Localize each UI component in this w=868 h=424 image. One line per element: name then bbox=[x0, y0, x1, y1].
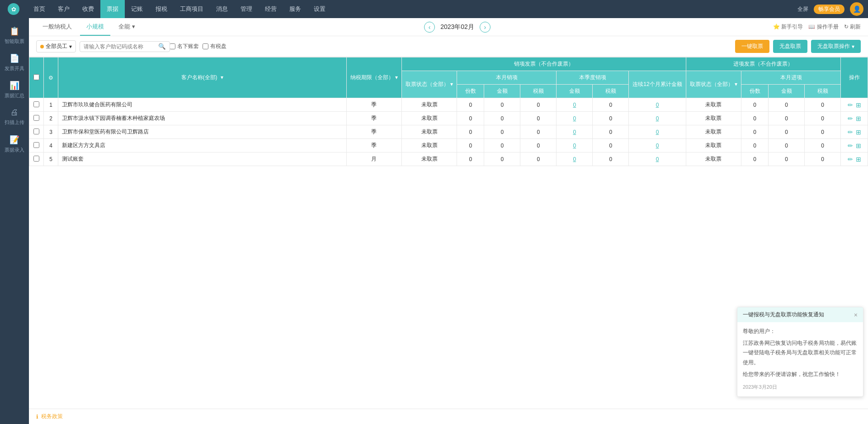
edit-icon-3[interactable]: ✏ bbox=[848, 142, 853, 149]
notification-date: 2023年3月20日 bbox=[743, 383, 858, 392]
table-row: 4 新建区方方文具店 季 未取票 0 0 0 0 0 0 未取票 0 0 0 ✏… bbox=[29, 139, 868, 152]
edit-icon-1[interactable]: ✏ bbox=[848, 115, 853, 122]
nav-settings[interactable]: 设置 bbox=[307, 0, 332, 18]
search-button[interactable]: 🔍 bbox=[158, 43, 166, 50]
nav-billing[interactable]: 收费 bbox=[76, 0, 100, 18]
more-icon-1[interactable]: ⊞ bbox=[856, 115, 861, 122]
nav-service[interactable]: 服务 bbox=[283, 0, 307, 18]
tab-general-taxpayer[interactable]: 一般纳税人 bbox=[36, 19, 78, 36]
row-sales-status-2: 未取票 bbox=[401, 125, 457, 139]
row-tax-period-3: 季 bbox=[346, 139, 401, 152]
row-sales-month-tax-0: 0 bbox=[520, 98, 557, 112]
row-purchase-month-tax-3: 0 bbox=[805, 139, 841, 152]
nav-business-ops[interactable]: 经营 bbox=[259, 0, 283, 18]
nav-business[interactable]: 工商项目 bbox=[174, 0, 210, 18]
edit-icon-0[interactable]: ✏ bbox=[848, 101, 853, 109]
more-icon-0[interactable]: ⊞ bbox=[856, 101, 861, 109]
row-checkbox-1[interactable] bbox=[29, 112, 44, 125]
edit-icon-4[interactable]: ✏ bbox=[848, 156, 853, 163]
filter-icon[interactable]: ▾ bbox=[221, 74, 223, 81]
row-purchase-status-4: 未取票 bbox=[686, 152, 741, 166]
one-key-ticket-button[interactable]: 一键取票 bbox=[735, 40, 769, 53]
row-purchase-month-amount-4: 0 bbox=[769, 152, 805, 166]
prev-period-button[interactable]: ‹ bbox=[424, 22, 435, 33]
sidebar-item-issue-invoice[interactable]: 📄 发票开具 bbox=[2, 50, 27, 75]
row-purchase-month-amount-1: 0 bbox=[769, 112, 805, 125]
sales-month-amount-header: 金额 bbox=[484, 85, 520, 98]
tax-disk-checkbox[interactable] bbox=[203, 43, 208, 49]
row-checkbox-2[interactable] bbox=[29, 125, 44, 139]
notification-close-button[interactable]: × bbox=[854, 311, 858, 319]
row-name-3: 新建区方方文具店 bbox=[58, 139, 347, 152]
row-sales-status-3: 未取票 bbox=[401, 139, 457, 152]
account-filter[interactable]: 名下账套 bbox=[170, 43, 199, 50]
nav-invoices[interactable]: 票据 bbox=[100, 0, 125, 18]
row-sales-month-count-0: 0 bbox=[457, 98, 484, 112]
tab-all-in-one[interactable]: 全能 ▾ bbox=[112, 19, 142, 36]
no-disk-ops-button[interactable]: 无盘取票操作 ▾ bbox=[811, 40, 861, 53]
member-button[interactable]: 畅享会员 bbox=[814, 5, 844, 14]
row-checkbox-0[interactable] bbox=[29, 98, 44, 112]
row-purchase-month-amount-2: 0 bbox=[769, 125, 805, 139]
sidebar-item-scan-upload[interactable]: 🖨 扫描上传 bbox=[2, 104, 27, 129]
row-sales-month-count-3: 0 bbox=[457, 139, 484, 152]
row-num-4: 5 bbox=[44, 152, 58, 166]
tax-policy-icon: ℹ bbox=[36, 414, 38, 420]
row-sales-12m-1: 0 bbox=[629, 112, 686, 125]
purchase-month-tax-header: 税额 bbox=[805, 85, 841, 98]
nav-message[interactable]: 消息 bbox=[210, 0, 234, 18]
svg-text:✿: ✿ bbox=[11, 6, 16, 13]
more-icon-4[interactable]: ⊞ bbox=[856, 156, 861, 163]
row-sales-quarter-tax-1: 0 bbox=[593, 112, 629, 125]
account-checkbox[interactable] bbox=[170, 43, 175, 49]
nav-clients[interactable]: 客户 bbox=[52, 0, 76, 18]
sales-month-count-header: 份数 bbox=[457, 85, 484, 98]
row-purchase-month-tax-0: 0 bbox=[805, 98, 841, 112]
tax-disk-filter[interactable]: 有税盘 bbox=[203, 43, 226, 50]
employee-select[interactable]: 全部员工 ▾ bbox=[36, 40, 76, 52]
nav-manage[interactable]: 管理 bbox=[234, 0, 259, 18]
more-icon-2[interactable]: ⊞ bbox=[856, 129, 861, 136]
edit-icon-2[interactable]: ✏ bbox=[848, 129, 853, 136]
tab-small-scale[interactable]: 小规模 bbox=[80, 19, 110, 36]
fullscreen-btn[interactable]: 全屏 bbox=[797, 5, 808, 13]
manual-link[interactable]: 📖 操作手册 bbox=[808, 23, 838, 31]
avatar[interactable]: 👤 bbox=[850, 2, 863, 16]
row-checkbox-3[interactable] bbox=[29, 139, 44, 152]
next-period-button[interactable]: › bbox=[480, 22, 491, 33]
guide-link[interactable]: ⭐ 新手引导 bbox=[773, 23, 803, 31]
sidebar-item-invoice-entry[interactable]: 📝 票据录入 bbox=[2, 131, 27, 157]
row-sales-month-tax-1: 0 bbox=[520, 112, 557, 125]
gear-icon[interactable]: ⚙ bbox=[48, 75, 53, 81]
tax-policy-link[interactable]: 税务政策 bbox=[41, 413, 63, 420]
sidebar-item-invoice-summary[interactable]: 📊 票据汇总 bbox=[2, 77, 27, 102]
row-num-3: 4 bbox=[44, 139, 58, 152]
sales-status-filter-icon[interactable]: ▾ bbox=[450, 81, 453, 87]
search-input[interactable] bbox=[80, 41, 170, 52]
tax-period-filter-icon[interactable]: ▾ bbox=[395, 74, 398, 81]
nav-right-area: 全屏 畅享会员 👤 bbox=[797, 2, 863, 16]
row-checkbox-4[interactable] bbox=[29, 152, 44, 166]
row-sales-month-tax-4: 0 bbox=[520, 152, 557, 166]
more-icon-3[interactable]: ⊞ bbox=[856, 142, 861, 149]
select-all-checkbox[interactable] bbox=[33, 74, 39, 80]
sidebar-item-smart-ticket[interactable]: 📋 智能取票 bbox=[2, 23, 27, 48]
nav-tax[interactable]: 报税 bbox=[149, 0, 174, 18]
tab-bar-right: ⭐ 新手引导 📖 操作手册 ↻ 刷新 bbox=[773, 23, 861, 31]
nav-accounting[interactable]: 记账 bbox=[125, 0, 149, 18]
no-disk-ticket-button[interactable]: 无盘取票 bbox=[773, 40, 807, 53]
sales-month-tax-header: 税额 bbox=[520, 85, 557, 98]
purchase-month-count-header: 份数 bbox=[741, 85, 769, 98]
top-navigation: ✿ 首页 客户 收费 票据 记账 报税 工商项目 消息 管理 经营 服务 设置 … bbox=[0, 0, 868, 18]
row-actions-1: ✏ ⊞ bbox=[841, 112, 868, 125]
purchase-status-filter-icon[interactable]: ▾ bbox=[735, 81, 737, 87]
row-sales-quarter-amount-3: 0 bbox=[557, 139, 593, 152]
nav-home[interactable]: 首页 bbox=[27, 0, 52, 18]
sales-group-header: 销项发票（不合作废票） bbox=[401, 57, 686, 71]
chevron-down-icon: ▾ bbox=[132, 23, 135, 30]
dropdown-arrow-icon: ▾ bbox=[852, 43, 854, 50]
sales-quarter-amount-header: 金额 bbox=[557, 85, 593, 98]
refresh-link[interactable]: ↻ 刷新 bbox=[844, 23, 861, 31]
row-purchase-month-tax-2: 0 bbox=[805, 125, 841, 139]
sales-cancel-status-header: 取票状态（全部） ▾ bbox=[401, 71, 457, 98]
